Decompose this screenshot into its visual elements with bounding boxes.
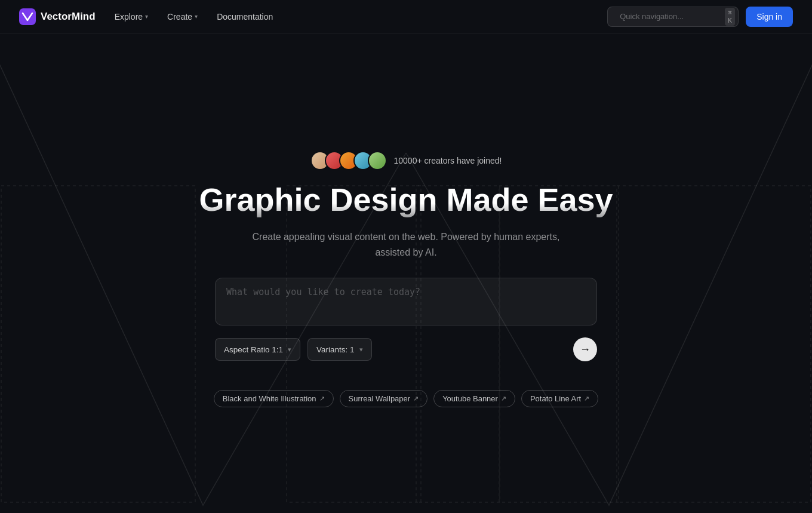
external-link-icon: ↗ bbox=[501, 395, 506, 403]
tag-black-white-illustration[interactable]: Black and White Illustration ↗ bbox=[214, 390, 334, 407]
aspect-ratio-label: Aspect Ratio 1:1 bbox=[224, 345, 283, 354]
tag-label: Surreal Wallpaper bbox=[349, 394, 411, 403]
prompt-input[interactable] bbox=[215, 278, 597, 325]
sign-in-button[interactable]: Sign in bbox=[746, 7, 793, 27]
svg-rect-0 bbox=[19, 8, 36, 25]
tag-youtube-banner[interactable]: Youtube Banner ↗ bbox=[433, 390, 515, 407]
nav-create[interactable]: Create ▾ bbox=[167, 12, 198, 21]
prompt-area: Aspect Ratio 1:1 ▾ Variants: 1 ▾ → bbox=[215, 278, 597, 361]
arrow-right-icon: → bbox=[580, 343, 590, 356]
chevron-down-icon: ▾ bbox=[288, 346, 291, 354]
chevron-down-icon: ▾ bbox=[195, 13, 198, 20]
variants-label: Variants: 1 bbox=[316, 345, 355, 354]
external-link-icon: ↗ bbox=[319, 395, 325, 403]
navbar: VectorMind Explore ▾ Create ▾ Documentat… bbox=[0, 0, 812, 33]
nav-left: VectorMind Explore ▾ Create ▾ Documentat… bbox=[19, 8, 273, 25]
hero-title: Graphic Design Made Easy bbox=[199, 182, 613, 217]
submit-button[interactable]: → bbox=[573, 337, 597, 361]
nav-documentation[interactable]: Documentation bbox=[217, 12, 273, 21]
nav-documentation-label: Documentation bbox=[217, 12, 273, 21]
svg-rect-7 bbox=[617, 186, 811, 502]
tag-surreal-wallpaper[interactable]: Surreal Wallpaper ↗ bbox=[340, 390, 428, 407]
nav-create-label: Create bbox=[167, 12, 192, 21]
nav-right: ⌘ K Sign in bbox=[607, 7, 793, 27]
hero-subtitle: Create appealing visual content on the w… bbox=[239, 229, 573, 260]
avatar bbox=[368, 151, 387, 170]
nav-explore-label: Explore bbox=[115, 12, 143, 21]
search-input[interactable] bbox=[620, 12, 720, 21]
controls-row: Aspect Ratio 1:1 ▾ Variants: 1 ▾ → bbox=[215, 337, 597, 361]
tag-label: Black and White Illustration bbox=[223, 394, 316, 403]
hero-content: 10000+ creators have joined! Graphic Des… bbox=[199, 151, 613, 408]
external-link-icon: ↗ bbox=[413, 395, 419, 403]
join-text: 10000+ creators have joined! bbox=[394, 156, 502, 165]
chevron-down-icon: ▾ bbox=[359, 346, 363, 354]
variants-button[interactable]: Variants: 1 ▾ bbox=[307, 338, 372, 361]
search-box[interactable]: ⌘ K bbox=[607, 7, 739, 27]
logo-icon bbox=[19, 8, 36, 25]
tag-label: Potato Line Art bbox=[530, 394, 581, 403]
tag-label: Youtube Banner bbox=[442, 394, 498, 403]
nav-explore[interactable]: Explore ▾ bbox=[115, 12, 148, 21]
chevron-down-icon: ▾ bbox=[145, 13, 148, 20]
hero-section: 10000+ creators have joined! Graphic Des… bbox=[0, 33, 812, 513]
avatar-row: 10000+ creators have joined! bbox=[310, 151, 502, 170]
tag-potato-line-art[interactable]: Potato Line Art ↗ bbox=[521, 390, 598, 407]
logo[interactable]: VectorMind bbox=[19, 8, 96, 25]
logo-text: VectorMind bbox=[41, 11, 96, 23]
external-link-icon: ↗ bbox=[584, 395, 589, 403]
svg-rect-3 bbox=[1, 186, 195, 502]
avatars-group bbox=[310, 151, 387, 170]
search-kbd: ⌘ K bbox=[725, 8, 735, 26]
tags-row: Black and White Illustration ↗ Surreal W… bbox=[214, 390, 598, 407]
aspect-ratio-button[interactable]: Aspect Ratio 1:1 ▾ bbox=[215, 338, 300, 361]
